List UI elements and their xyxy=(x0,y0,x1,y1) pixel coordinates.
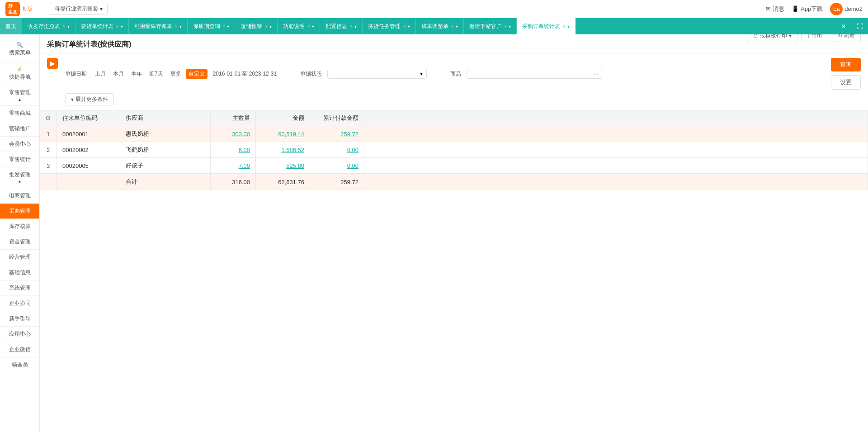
tab-baozhi[interactable]: 保质期查询 × ▾ xyxy=(188,18,236,34)
tab-chengben[interactable]: 成本调整单 × ▾ xyxy=(416,18,464,34)
row-3-amount-link[interactable]: 525.80 xyxy=(286,162,304,169)
row-1-amount: 60,519.44 xyxy=(256,126,310,142)
tab-yaohuo[interactable]: 要货单统计表 × ▾ xyxy=(75,18,129,34)
tab-chaochuyujing[interactable]: 超储预警 × ▾ xyxy=(235,18,278,34)
row-3-paid-link[interactable]: 0.00 xyxy=(347,162,359,169)
filter-area: ▶ 单据日期 上月 本月 本年 近7天 更多 自定义 xyxy=(40,53,868,110)
query-button[interactable]: 查询 xyxy=(831,58,861,71)
search-menu-button[interactable]: 🔍 搜索菜单 xyxy=(4,39,36,59)
sidebar-item-changhyunyuan[interactable]: 畅会员 xyxy=(0,357,39,372)
row-2-qty-link[interactable]: 6.00 xyxy=(239,147,250,153)
shortcut-last-month[interactable]: 上月 xyxy=(92,69,108,79)
row-2-amount-link[interactable]: 1,586.52 xyxy=(281,147,304,153)
tab-peizhi-close[interactable]: × xyxy=(350,24,353,29)
row-3-index: 3 xyxy=(40,158,57,174)
table-row: 2 00020002 飞鹤奶粉 6.00 1,586.52 0.00 xyxy=(40,142,868,158)
settings-button[interactable]: 设置 xyxy=(831,75,861,90)
tab-yaoqing-arrow: ▾ xyxy=(509,24,511,29)
sidebar-item-jingying[interactable]: 经营管理 xyxy=(0,249,39,265)
shortcut-this-month[interactable]: 本月 xyxy=(110,69,127,79)
goods-select[interactable]: ··· xyxy=(467,69,602,79)
refresh-button[interactable]: ↻ 刷新 xyxy=(832,34,861,42)
tab-chengben-close[interactable]: × xyxy=(451,24,454,29)
row-1-qty-link[interactable]: 303.00 xyxy=(232,131,250,138)
row-2-paid: 0.00 xyxy=(310,142,364,158)
tab-yaohuo-arrow: ▾ xyxy=(121,24,123,29)
sidebar-pifa-label: 批发管理 xyxy=(9,171,31,179)
refresh-label: 刷新 xyxy=(844,34,855,39)
tab-caigou-label: 采购订单统计表 xyxy=(522,23,560,30)
sidebar-item-shangcheng[interactable]: 零售商城 xyxy=(0,105,39,121)
nav-tabs-end: ✕ ⛶ xyxy=(835,18,868,34)
expand-icon: ▾ xyxy=(71,96,74,103)
sidebar-item-dianshang[interactable]: 电商管理 xyxy=(0,188,39,203)
sidebar-item-lingshoututji[interactable]: 零售统计 xyxy=(0,152,39,167)
workspace-selector[interactable]: 母婴行业演示账套 ▾ xyxy=(50,3,108,15)
status-select[interactable]: ▾ xyxy=(327,69,427,79)
tab-jianhuo[interactable]: 拣货任务管理 × ▾ xyxy=(363,18,416,34)
sidebar-item-xitong[interactable]: 系统管理 xyxy=(0,280,39,295)
tab-jianhuo-label: 拣货任务管理 xyxy=(368,23,401,30)
tab-gongneng[interactable]: 功能说明 × ▾ xyxy=(278,18,320,34)
table-row: 3 00020005 好孩子 7.00 525.80 0.00 xyxy=(40,158,868,174)
sidebar-jichuxinxi-label: 基础信息 xyxy=(9,269,31,276)
sidebar-item-qiyexietong[interactable]: 企业协同 xyxy=(0,295,39,311)
print-button[interactable]: 🖨 按模板打印 ▾ xyxy=(747,34,797,42)
tab-caigou-close[interactable]: × xyxy=(563,24,566,29)
gear-settings-icon[interactable]: ⚙ xyxy=(45,114,51,122)
sidebar-item-qiyeweixin[interactable]: 企业微信 xyxy=(0,342,39,357)
shortcut-more[interactable]: 更多 xyxy=(168,69,184,79)
message-label: 消息 xyxy=(773,5,784,13)
tab-home[interactable]: 首页 xyxy=(0,18,22,34)
tab-baozhi-close[interactable]: × xyxy=(223,24,226,29)
sidebar-item-kucun[interactable]: 库存核算 xyxy=(0,219,39,234)
tab-gongneng-close[interactable]: × xyxy=(307,24,310,29)
col-header-amount: 金额 xyxy=(256,110,310,126)
tab-shoufacun-close[interactable]: × xyxy=(63,24,66,29)
sidebar-zijin-label: 资金管理 xyxy=(9,238,31,246)
user-area[interactable]: Ea demo2 xyxy=(830,3,863,15)
filter-toggle-button[interactable]: ▶ xyxy=(47,58,58,69)
sidebar-item-lingshou[interactable]: 零售管理 ▲ xyxy=(0,85,39,105)
app-download-button[interactable]: 📱 App下载 xyxy=(792,5,823,13)
sidebar-item-xinshouyindao[interactable]: 新手引导 xyxy=(0,311,39,326)
sidebar-kucun-label: 库存核算 xyxy=(9,223,31,230)
tab-baozhi-label: 保质期查询 xyxy=(193,23,220,30)
tab-shoufacun[interactable]: 收发存汇总表 × ▾ xyxy=(22,18,75,34)
app-download-label: App下载 xyxy=(801,5,823,13)
sidebar-item-pifa[interactable]: 批发管理 ▼ xyxy=(0,167,39,188)
tab-keyongliang-close[interactable]: × xyxy=(175,24,178,29)
sidebar-item-yingxiao[interactable]: 营销推广 xyxy=(0,121,39,136)
sidebar-item-zijin[interactable]: 资金管理 xyxy=(0,234,39,249)
row-1-paid-link[interactable]: 259.72 xyxy=(340,131,359,138)
expand-more-button[interactable]: ▾ 展开更多条件 xyxy=(65,93,114,105)
tab-chaochuyujing-close[interactable]: × xyxy=(265,24,268,29)
export-button[interactable]: ↓ 导出 xyxy=(801,34,828,42)
search-icon: 🔍 xyxy=(16,42,23,48)
sidebar-item-caigou[interactable]: 采购管理 xyxy=(0,203,39,219)
row-3-qty-link[interactable]: 7.00 xyxy=(239,162,250,169)
sidebar-qiyexietong-label: 企业协同 xyxy=(9,300,31,307)
row-2-paid-link[interactable]: 0.00 xyxy=(347,147,359,153)
row-1-amount-link[interactable]: 60,519.44 xyxy=(278,131,304,138)
sidebar-item-jichuxinxi[interactable]: 基础信息 xyxy=(0,265,39,280)
tab-keyongliang[interactable]: 可用量库存账本 × ▾ xyxy=(129,18,188,34)
quick-nav-button[interactable]: ⚡ 快捷导航 xyxy=(0,62,39,85)
close-tab-button[interactable]: ✕ xyxy=(835,18,852,34)
sidebar-item-huiyuan[interactable]: 会员中心 xyxy=(0,136,39,152)
maximize-tab-button[interactable]: ⛶ xyxy=(852,18,868,34)
sidebar-item-yingyongzhongxin[interactable]: 应用中心 xyxy=(0,326,39,342)
col-header-extra xyxy=(364,110,868,126)
tab-yaoqing-close[interactable]: × xyxy=(505,24,507,29)
tab-peizhi[interactable]: 配置信息 × ▾ xyxy=(320,18,363,34)
tab-yaoqing[interactable]: 邀请下游客户 × ▾ xyxy=(464,18,517,34)
sidebar-qiyeweixin-label: 企业微信 xyxy=(9,346,31,353)
shortcut-7days[interactable]: 近7天 xyxy=(146,69,166,79)
tab-yaohuo-close[interactable]: × xyxy=(116,24,119,29)
message-button[interactable]: ✉ 消息 xyxy=(766,5,784,13)
shortcut-this-year[interactable]: 本年 xyxy=(128,69,145,79)
tab-caigou-active[interactable]: 采购订单统计表 × ▾ xyxy=(517,18,576,34)
sidebar-xitong-label: 系统管理 xyxy=(9,284,31,292)
tab-jianhuo-close[interactable]: × xyxy=(403,24,406,29)
custom-date-tag[interactable]: 自定义 xyxy=(186,69,208,79)
